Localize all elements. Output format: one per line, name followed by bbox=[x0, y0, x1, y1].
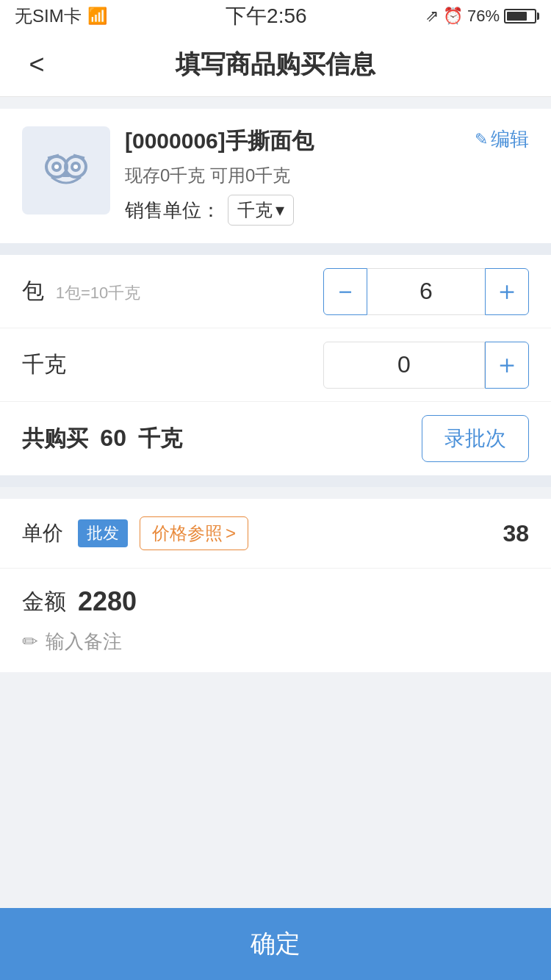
wifi-icon: 📶 bbox=[87, 7, 107, 26]
kg-increase-button[interactable]: ＋ bbox=[485, 342, 529, 389]
product-image bbox=[22, 126, 110, 215]
amount-value: 2280 bbox=[78, 586, 137, 617]
price-section: 单价 批发 价格参照 > 38 bbox=[0, 499, 551, 569]
total-qty: 60 bbox=[100, 425, 126, 451]
unit-select[interactable]: 千克 ▾ bbox=[228, 195, 294, 226]
price-value: 38 bbox=[503, 520, 529, 547]
price-row: 单价 批发 价格参照 > 38 bbox=[0, 499, 551, 569]
price-type-tag: 批发 bbox=[78, 519, 128, 547]
owl-logo-icon bbox=[37, 145, 96, 196]
back-icon: < bbox=[29, 49, 44, 80]
bag-decrease-button[interactable]: － bbox=[323, 268, 367, 315]
confirm-label: 确定 bbox=[251, 927, 300, 961]
status-right: ⇗ ⏰ 76% bbox=[425, 7, 536, 26]
kg-qty-control: ＋ bbox=[323, 342, 529, 389]
bag-input-section: 包 1包=10千克 － ＋ 千克 ＋ bbox=[0, 255, 551, 402]
alarm-icon: ⏰ bbox=[443, 7, 463, 26]
remark-row[interactable]: ✏ 输入备注 bbox=[22, 629, 529, 655]
amount-section: 金额 2280 ✏ 输入备注 bbox=[0, 569, 551, 672]
status-bar: 无SIM卡 📶 下午2:56 ⇗ ⏰ 76% bbox=[0, 0, 551, 32]
product-info: [0000006]手撕面包 ✎ 编辑 现存0千克 可用0千克 销售单位： 千克 … bbox=[125, 126, 529, 226]
edit-label: 编辑 bbox=[491, 126, 529, 152]
amount-label: 金额 bbox=[22, 587, 66, 617]
total-label: 共购买 bbox=[22, 426, 88, 450]
battery-percent: 76% bbox=[467, 7, 500, 26]
product-stock: 现存0千克 可用0千克 bbox=[125, 164, 529, 187]
section-separator-2 bbox=[0, 475, 551, 487]
bag-qty-control: － ＋ bbox=[323, 268, 529, 315]
pencil-icon: ✏ bbox=[22, 630, 38, 653]
back-button[interactable]: < bbox=[15, 43, 59, 87]
svg-point-5 bbox=[73, 165, 78, 169]
bag-input-row: 包 1包=10千克 － ＋ bbox=[0, 255, 551, 328]
bag-label-hint: 1包=10千克 bbox=[56, 284, 141, 302]
amount-row: 金额 2280 bbox=[22, 586, 529, 617]
product-card: [0000006]手撕面包 ✎ 编辑 现存0千克 可用0千克 销售单位： 千克 … bbox=[0, 109, 551, 243]
price-ref-arrow: > bbox=[226, 523, 236, 544]
total-row: 共购买 60 千克 录批次 bbox=[0, 402, 551, 475]
price-ref-label: 价格参照 bbox=[152, 522, 223, 545]
bag-increase-button[interactable]: ＋ bbox=[485, 268, 529, 315]
product-name: [0000006]手撕面包 bbox=[125, 126, 314, 156]
kg-label: 千克 bbox=[22, 350, 323, 380]
total-text: 共购买 60 千克 bbox=[22, 424, 182, 454]
edit-button[interactable]: ✎ 编辑 bbox=[475, 126, 529, 152]
status-time: 下午2:56 bbox=[226, 2, 307, 30]
nav-bar: < 填写商品购买信息 bbox=[0, 32, 551, 97]
unit-dropdown-icon: ▾ bbox=[276, 200, 284, 220]
page-title: 填写商品购买信息 bbox=[176, 48, 375, 82]
bag-label-main: 包 bbox=[22, 278, 44, 303]
battery-icon bbox=[504, 9, 536, 24]
kg-qty-input[interactable] bbox=[323, 342, 485, 389]
unit-value: 千克 bbox=[237, 198, 273, 222]
total-unit: 千克 bbox=[138, 426, 182, 450]
product-thumbnail bbox=[37, 141, 96, 200]
price-reference-button[interactable]: 价格参照 > bbox=[140, 516, 248, 550]
location-icon: ⇗ bbox=[425, 7, 439, 26]
bag-label: 包 1包=10千克 bbox=[22, 276, 323, 306]
batch-button[interactable]: 录批次 bbox=[422, 415, 529, 462]
remark-placeholder: 输入备注 bbox=[46, 629, 122, 655]
kg-label-main: 千克 bbox=[22, 352, 66, 376]
product-unit-row: 销售单位： 千克 ▾ bbox=[125, 195, 529, 226]
section-separator-1 bbox=[0, 243, 551, 255]
kg-input-row: 千克 ＋ bbox=[0, 328, 551, 402]
unit-label: 销售单位： bbox=[125, 198, 220, 223]
svg-point-4 bbox=[54, 165, 59, 169]
price-label: 单价 bbox=[22, 519, 63, 547]
status-left: 无SIM卡 📶 bbox=[15, 4, 107, 28]
confirm-button[interactable]: 确定 bbox=[0, 908, 551, 980]
bag-qty-input[interactable] bbox=[367, 268, 485, 315]
edit-icon: ✎ bbox=[475, 130, 488, 149]
carrier-text: 无SIM卡 bbox=[15, 4, 82, 28]
